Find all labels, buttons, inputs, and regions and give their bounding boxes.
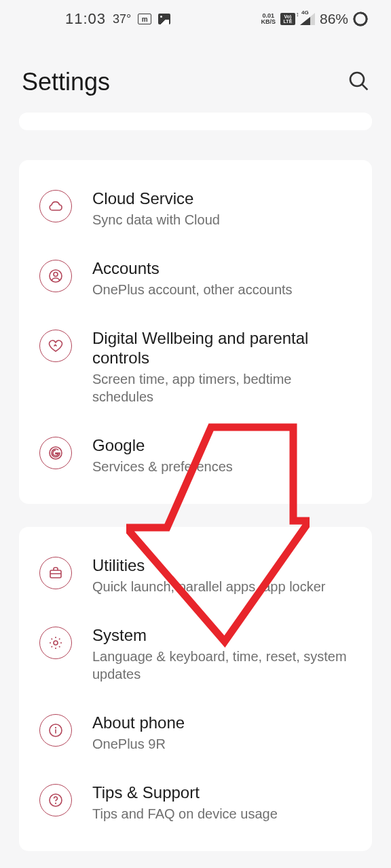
setting-title: Digital Wellbeing and parental controls bbox=[92, 328, 352, 368]
battery-ring-icon bbox=[353, 12, 368, 26]
setting-title: Accounts bbox=[92, 258, 352, 278]
setting-subtitle: OnePlus account, other accounts bbox=[92, 281, 352, 298]
account-icon bbox=[39, 260, 72, 292]
volte-icon: Vo)LTE bbox=[280, 13, 295, 25]
setting-subtitle: Sync data with Cloud bbox=[92, 211, 352, 229]
setting-system[interactable]: System Language & keyboard, time, reset,… bbox=[19, 610, 372, 698]
setting-tips-support[interactable]: Tips & Support Tips and FAQ on device us… bbox=[19, 768, 372, 837]
setting-title: Tips & Support bbox=[92, 783, 352, 802]
heart-icon bbox=[39, 330, 72, 362]
setting-title: About phone bbox=[92, 713, 352, 732]
svg-point-10 bbox=[54, 641, 58, 645]
setting-subtitle: Services & preferences bbox=[92, 458, 352, 475]
setting-subtitle: OnePlus 9R bbox=[92, 735, 352, 753]
setting-title: Cloud Service bbox=[92, 189, 352, 208]
setting-digital-wellbeing[interactable]: Digital Wellbeing and parental controls … bbox=[19, 313, 372, 420]
messages-notif-icon: m bbox=[138, 14, 151, 24]
briefcase-icon bbox=[39, 557, 72, 589]
network-speed-icon: 0.01KB/S bbox=[261, 13, 276, 25]
top-spacer-card bbox=[19, 113, 372, 130]
setting-accounts[interactable]: Accounts OnePlus account, other accounts bbox=[19, 243, 372, 313]
setting-title: Google bbox=[92, 435, 352, 455]
svg-point-4 bbox=[350, 73, 364, 86]
setting-utilities[interactable]: Utilities Quick launch, parallel apps, a… bbox=[19, 540, 372, 610]
setting-title: Utilities bbox=[92, 555, 352, 575]
battery-percent: 86% bbox=[320, 11, 348, 27]
google-icon bbox=[39, 437, 72, 469]
signal-icon: ↕4G bbox=[300, 13, 315, 25]
info-icon bbox=[39, 714, 72, 747]
setting-about-phone[interactable]: About phone OnePlus 9R bbox=[19, 698, 372, 768]
setting-subtitle: Quick launch, parallel apps, app locker bbox=[92, 578, 352, 595]
setting-subtitle: Screen time, app timers, bedtime schedul… bbox=[92, 370, 352, 406]
settings-group-cloud: Cloud Service Sync data with Cloud Accou… bbox=[19, 160, 372, 504]
svg-point-7 bbox=[54, 273, 58, 277]
cloud-icon bbox=[39, 190, 72, 222]
svg-line-5 bbox=[362, 84, 367, 90]
gallery-notif-icon bbox=[158, 14, 170, 24]
search-icon bbox=[348, 70, 369, 92]
status-time: 11:03 bbox=[65, 10, 106, 28]
page-title: Settings bbox=[22, 68, 110, 96]
question-icon bbox=[39, 784, 72, 816]
setting-subtitle: Language & keyboard, time, reset, system… bbox=[92, 648, 352, 683]
search-button[interactable] bbox=[348, 70, 369, 94]
gear-icon bbox=[39, 627, 72, 659]
status-bar: 11:03 37° m 0.01KB/S Vo)LTE ↕4G 86% bbox=[0, 0, 391, 38]
setting-google[interactable]: Google Services & preferences bbox=[19, 420, 372, 490]
setting-title: System bbox=[92, 625, 352, 645]
settings-group-system: Utilities Quick launch, parallel apps, a… bbox=[19, 527, 372, 851]
setting-subtitle: Tips and FAQ on device usage bbox=[92, 805, 352, 823]
status-temperature: 37° bbox=[113, 12, 131, 26]
setting-cloud-service[interactable]: Cloud Service Sync data with Cloud bbox=[19, 174, 372, 243]
